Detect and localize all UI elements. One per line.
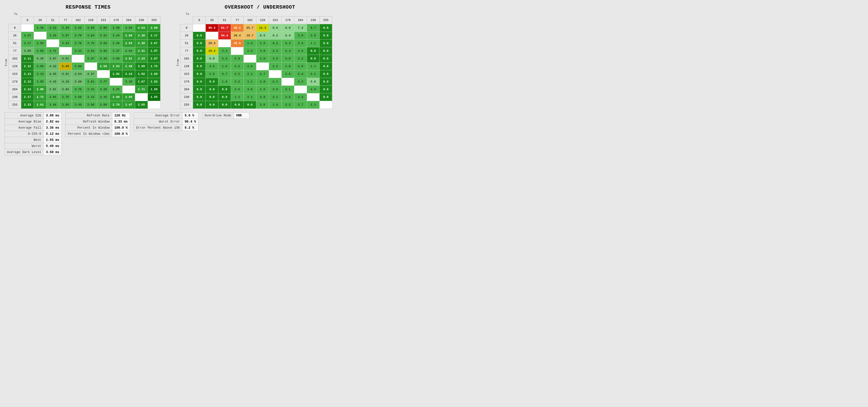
heatmap-cell: 4.35 [34, 55, 46, 63]
col-header-1: 26 [206, 17, 218, 24]
table-row: 2040.00.00.02.53.81.53.92.12.90.0 [180, 86, 332, 93]
avg-fall-label: Average Fall [5, 125, 43, 131]
heatmap-cell: 3.64 [85, 47, 97, 55]
heatmap-cell [294, 86, 307, 93]
heatmap-cell: 3.93 [59, 86, 72, 93]
heatmap-cell: 0.0 [307, 55, 320, 63]
heatmap-cell: 1.62 [148, 78, 160, 86]
heatmap-cell: 4.18 [59, 78, 72, 86]
heatmap-cell: 0.0 [244, 101, 256, 109]
heatmap-cell: 2.38 [135, 32, 148, 39]
stat-row-error-percent-above15: Error Percent Above 15% 8.2 % [134, 125, 198, 131]
table-row: 2042.142.903.913.933.763.333.363.252.711… [8, 86, 160, 93]
heatmap-cell: 2.3 [269, 47, 282, 55]
heatmap-cell [206, 32, 218, 39]
heatmap-cell: 2.5 [231, 86, 244, 93]
heatmap-cell: 1.92 [110, 70, 123, 78]
percent-in-window-plus1-value: 100.0 % [112, 131, 130, 137]
error-percent-above15-value: 8.2 % [182, 125, 198, 131]
heatmap-cell: 19.7 [244, 32, 256, 39]
heatmap-cell: 1.5 [206, 70, 218, 78]
heatmap-cell: 3.58 [72, 93, 85, 101]
heatmap-cell: 3.99 [72, 78, 85, 86]
table-row: 1792.133.054.104.183.993.613.773.381.671… [8, 78, 160, 86]
heatmap-cell: 3.75 [59, 93, 72, 101]
heatmap-cell: 1.8 [218, 78, 231, 86]
col-header-7: 179 [282, 17, 294, 24]
row-header-1: 26 [8, 32, 21, 39]
heatmap-cell: 0.0 [193, 78, 206, 86]
heatmap-cell: 0.0 [206, 101, 218, 109]
row-header-4: 102 [8, 55, 21, 63]
heatmap-cell: 2.71 [135, 86, 148, 93]
heatmap-cell: 3.23 [59, 39, 72, 47]
refresh-rate-label: Refresh Rate [66, 113, 112, 119]
row-header-2: 51 [180, 39, 193, 47]
corner-cell [180, 17, 193, 24]
heatmap-cell: 3.15 [97, 93, 110, 101]
col-header-9: 230 [135, 17, 148, 24]
stat-row-overdrive: Overdrive Mode VRR [202, 113, 250, 119]
heatmap-cell: 5.49 [59, 63, 72, 70]
heatmap-cell: 3.05 [34, 78, 46, 86]
heatmap-cell: 5.9 [206, 55, 218, 63]
heatmap-cell: 0.0 [320, 39, 332, 47]
avg-error-value: 5.6 % [182, 113, 198, 119]
table-row: 2300.00.00.01.12.13.92.13.82.40.0 [180, 93, 332, 101]
heatmap-cell: 3.25 [110, 86, 123, 93]
heatmap-cell: 0.0 [320, 32, 332, 39]
heatmap-cell: 0.0 [206, 86, 218, 93]
heatmap-cell: 10.2 [206, 47, 218, 55]
heatmap-cell: 3.66 [97, 47, 110, 55]
heatmap-cell: 2.1 [307, 70, 320, 78]
table-row: 03.363.323.293.343.663.653.403.042.532.8… [8, 24, 160, 32]
heatmap-cell: 2.24 [135, 55, 148, 63]
worst-error-value: 90.4 % [182, 119, 198, 125]
heatmap-cell: 2.8 [282, 70, 294, 78]
row-header-8: 204 [180, 86, 193, 93]
stat-row-percent-in-window-plus1: Percent In Window +1ms 100.0 % [66, 131, 130, 137]
heatmap-cell [269, 70, 282, 78]
heatmap-cell: 2.9 [231, 55, 244, 63]
table-row: 770.010.22.32.93.02.33.32.00.00.0 [180, 47, 332, 55]
heatmap-cell: 3.5 [269, 55, 282, 63]
heatmap-cell: 3.32 [46, 24, 59, 32]
heatmap-cell: 3.30 [97, 55, 110, 63]
heatmap-cell [320, 101, 332, 109]
col-header-0: 0 [193, 17, 206, 24]
heatmap-cell: 3.76 [72, 86, 85, 93]
col-header-4: 102 [72, 17, 85, 24]
heatmap-cell: 3.9 [256, 93, 269, 101]
row-header-0: 0 [180, 24, 193, 32]
heatmap-cell: 0.0 [193, 32, 206, 39]
stat-row-dark-level: Average Dark Level 3.50 ms [5, 149, 62, 155]
heatmap-cell: 3.09 [72, 63, 85, 70]
to-label-row-os: To [176, 12, 344, 16]
heatmap-cell: 0.0 [218, 101, 231, 109]
heatmap-cell: 0.0 [193, 47, 206, 55]
heatmap-cell: 0.0 [193, 63, 206, 70]
avg-error-label: Average Error [134, 113, 182, 119]
row-header-5: 128 [180, 63, 193, 70]
heatmap-cell: 1.4 [244, 39, 256, 47]
col-header-2: 51 [46, 17, 59, 24]
heatmap-cell: 2.83 [123, 39, 135, 47]
heatmap-cell: 2.2 [294, 78, 307, 86]
col-header-4: 102 [244, 17, 256, 24]
bottom-section: Average G2G 3.09 ms Average Rise 2.82 ms… [4, 113, 344, 155]
heatmap-cell: 0.0 [206, 93, 218, 101]
heatmap-cell: 3.7 [294, 101, 307, 109]
error-percent-above15-label: Error Percent Above 15% [134, 125, 182, 131]
heatmap-cell: 1.67 [135, 78, 148, 86]
heatmap-cell: 3.47 [21, 32, 34, 39]
heatmap-cell: 2.07 [148, 39, 160, 47]
heatmap-cell: 2.47 [123, 101, 135, 109]
heatmap-cell: 12.3 [256, 24, 269, 32]
refresh-window-label: Refresh Window [66, 119, 112, 125]
heatmap-cell: 3.3 [282, 47, 294, 55]
from-label-os: From [176, 59, 180, 66]
table-row: 510.028.432.51.41.54.14.33.41.10.0 [180, 39, 332, 47]
heatmap-cell: 0.0 [206, 78, 218, 86]
table-row: 1020.05.92.32.91.93.53.82.20.00.0 [180, 55, 332, 63]
heatmap-cell: 4.2 [231, 78, 244, 86]
